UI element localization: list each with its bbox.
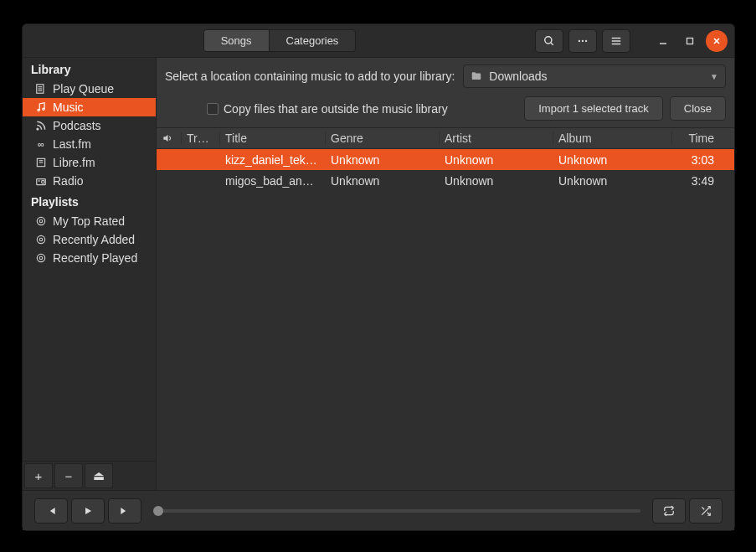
previous-button[interactable] <box>34 498 68 524</box>
librefm-icon <box>34 156 48 169</box>
svg-point-4 <box>585 39 587 41</box>
minimize-icon <box>659 37 667 45</box>
sidebar-item-label: Libre.fm <box>53 156 95 169</box>
col-playing[interactable] <box>157 132 182 144</box>
cell-album: Unknown <box>553 153 672 167</box>
app-menu-button[interactable] <box>568 29 597 53</box>
location-select[interactable]: Downloads ▼ <box>463 64 726 88</box>
svg-point-23 <box>42 180 45 183</box>
window-minimize[interactable] <box>652 30 674 52</box>
cell-title: migos_bad_an… <box>220 174 326 188</box>
svg-point-2 <box>579 39 580 41</box>
seek-knob[interactable] <box>153 506 163 516</box>
rss-icon <box>34 119 48 132</box>
chevron-down-icon: ▼ <box>710 72 718 81</box>
search-button[interactable] <box>535 29 563 53</box>
sidebar-item-label: Last.fm <box>53 137 91 151</box>
col-album[interactable]: Album <box>553 132 672 145</box>
titlebar: Songs Categories <box>23 24 734 58</box>
sidebar: Library Play Queue Music Podcasts ∞ Last… <box>23 58 157 490</box>
remove-playlist-button[interactable]: − <box>54 463 83 488</box>
sidebar-item-recently-played[interactable]: Recently Played <box>23 249 156 267</box>
col-title[interactable]: Title <box>220 132 326 145</box>
svg-point-0 <box>545 36 552 43</box>
svg-point-16 <box>38 109 39 111</box>
cell-artist: Unknown <box>440 174 553 188</box>
location-label: Downloads <box>489 70 547 83</box>
hamburger-menu-button[interactable] <box>602 29 630 53</box>
lastfm-icon: ∞ <box>34 137 48 151</box>
svg-point-17 <box>43 108 44 110</box>
svg-point-3 <box>582 39 584 41</box>
table-header: Track Title Genre Artist Album Time <box>157 128 734 149</box>
tab-songs[interactable]: Songs <box>204 30 269 51</box>
app-window: Songs Categories Library <box>22 23 735 531</box>
sidebar-item-label: Radio <box>53 174 84 188</box>
sidebar-item-play-queue[interactable]: Play Queue <box>23 80 156 98</box>
svg-point-28 <box>39 238 43 241</box>
playlist-icon <box>34 214 48 228</box>
shuffle-icon <box>700 505 712 517</box>
playbar <box>23 490 734 530</box>
close-import-button[interactable]: Close <box>670 96 726 121</box>
sidebar-item-music[interactable]: Music <box>23 98 156 116</box>
search-icon <box>543 35 555 47</box>
queue-icon <box>34 82 48 95</box>
table-row[interactable]: migos_bad_an… Unknown Unknown Unknown 3:… <box>157 170 734 191</box>
main-area: Select a location containing music to ad… <box>157 58 734 490</box>
eject-button[interactable]: ⏏ <box>85 463 113 488</box>
cell-album: Unknown <box>553 174 672 188</box>
track-table: Track Title Genre Artist Album Time kizz… <box>157 128 734 490</box>
seek-slider[interactable] <box>153 509 640 513</box>
sidebar-playlists-header: Playlists <box>23 190 156 212</box>
svg-line-1 <box>551 42 553 44</box>
table-row[interactable]: kizz_daniel_tek… Unknown Unknown Unknown… <box>157 149 734 170</box>
svg-point-29 <box>37 254 44 261</box>
checkbox-box <box>207 103 219 115</box>
sidebar-item-radio[interactable]: Radio <box>23 172 156 190</box>
next-button[interactable] <box>108 498 141 524</box>
svg-point-30 <box>39 256 43 260</box>
sidebar-item-podcasts[interactable]: Podcasts <box>23 116 156 135</box>
sidebar-item-label: Play Queue <box>53 82 114 95</box>
col-artist[interactable]: Artist <box>440 132 553 145</box>
play-button[interactable] <box>71 498 105 524</box>
repeat-icon <box>663 505 675 517</box>
window-close[interactable] <box>706 30 728 52</box>
sidebar-item-label: Recently Added <box>53 233 135 246</box>
cell-time: 3:03 <box>672 153 734 167</box>
view-toggle: Songs Categories <box>203 29 357 52</box>
folder-icon <box>471 70 482 82</box>
col-time[interactable]: Time <box>672 132 734 145</box>
window-maximize[interactable] <box>679 30 701 52</box>
sidebar-item-lastfm[interactable]: ∞ Last.fm <box>23 135 156 153</box>
col-track[interactable]: Track <box>182 132 220 145</box>
sidebar-item-recently-added[interactable]: Recently Added <box>23 230 156 249</box>
close-icon <box>712 37 721 45</box>
sidebar-item-label: My Top Rated <box>53 214 125 228</box>
cell-genre: Unknown <box>326 153 440 167</box>
sidebar-item-librefm[interactable]: Libre.fm <box>23 153 156 172</box>
shuffle-button[interactable] <box>689 498 723 524</box>
dots-icon <box>577 35 589 47</box>
sidebar-item-label: Music <box>53 101 84 114</box>
sidebar-item-top-rated[interactable]: My Top Rated <box>23 212 156 230</box>
sidebar-library-header: Library <box>23 58 156 80</box>
add-playlist-button[interactable]: + <box>24 463 53 488</box>
repeat-button[interactable] <box>652 498 686 524</box>
next-icon <box>119 505 131 517</box>
speaker-icon <box>162 132 173 144</box>
tab-categories[interactable]: Categories <box>269 30 356 51</box>
checkbox-label: Copy files that are outside the music li… <box>224 102 448 116</box>
col-genre[interactable]: Genre <box>326 132 440 145</box>
maximize-icon <box>686 37 694 45</box>
svg-point-18 <box>37 128 39 130</box>
import-prompt: Select a location containing music to ad… <box>165 70 455 83</box>
svg-point-27 <box>37 235 44 243</box>
copy-files-checkbox[interactable]: Copy files that are outside the music li… <box>207 102 448 116</box>
playlist-icon <box>34 251 48 265</box>
svg-point-25 <box>37 217 44 224</box>
cell-genre: Unknown <box>326 174 440 188</box>
hamburger-icon <box>610 35 622 47</box>
import-button[interactable]: Import 1 selected track <box>524 96 663 121</box>
